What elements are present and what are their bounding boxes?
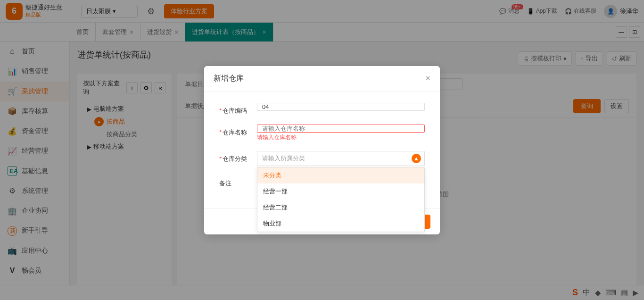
modal-body: 仓库编码 仓库名称 请输入仓库名称 仓库分类 请输入所属分类 — [204, 92, 440, 208]
name-label: 仓库名称 — [219, 125, 257, 137]
dropdown-option-3[interactable]: 物业部 — [257, 216, 424, 232]
form-row-category: 仓库分类 请输入所属分类 ▲ 未分类 经营一部 经营二部 物业部 — [219, 151, 425, 166]
modal-overlay: 新增仓库 × 仓库编码 仓库名称 请输入仓库名称 仓库分类 — [0, 0, 644, 300]
category-input[interactable]: 请输入所属分类 ▲ — [257, 151, 425, 166]
code-label: 仓库编码 — [219, 103, 257, 115]
dropdown-option-1[interactable]: 经营一部 — [257, 183, 424, 200]
add-warehouse-modal: 新增仓库 × 仓库编码 仓库名称 请输入仓库名称 仓库分类 — [204, 66, 440, 234]
category-label: 仓库分类 — [219, 151, 257, 163]
modal-close-button[interactable]: × — [425, 74, 430, 83]
modal-title: 新增仓库 — [214, 74, 244, 83]
modal-header: 新增仓库 × — [204, 66, 440, 92]
dropdown-option-0[interactable]: 未分类 — [257, 167, 424, 183]
form-row-code: 仓库编码 — [219, 103, 425, 115]
note-label: 备注 — [219, 175, 257, 188]
dropdown-list: 未分类 经营一部 经营二部 物业部 — [257, 167, 425, 232]
form-row-name: 仓库名称 请输入仓库名称 — [219, 125, 425, 142]
name-input[interactable] — [257, 125, 425, 133]
dropdown-arrow-icon: ▲ — [412, 154, 421, 163]
dropdown-option-2[interactable]: 经营二部 — [257, 200, 424, 216]
category-dropdown[interactable]: 请输入所属分类 ▲ 未分类 经营一部 经营二部 物业部 — [257, 151, 425, 166]
name-error-message: 请输入仓库名称 — [257, 133, 425, 142]
code-input[interactable] — [257, 103, 425, 111]
